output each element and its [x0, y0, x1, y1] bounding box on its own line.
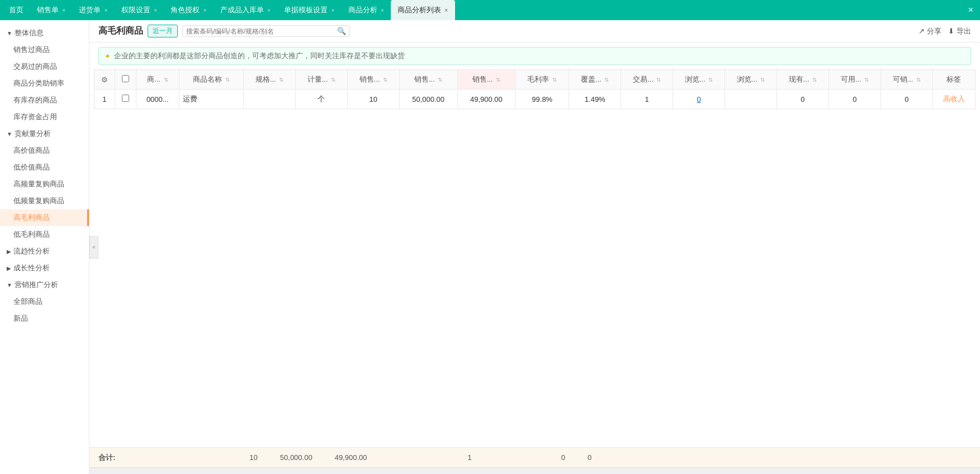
sidebar-item-all-goods[interactable]: 全部商品	[0, 293, 89, 310]
tab-purchase-close[interactable]: ×	[104, 7, 107, 13]
tab-purchase[interactable]: 进货单 ×	[72, 0, 114, 20]
select-all-checkbox[interactable]	[122, 75, 129, 82]
horizontal-scrollbar[interactable]	[89, 467, 980, 474]
content-header: 高毛利商品 近一月 🔍 ↗ 分享 ⬇ 导出	[89, 20, 980, 43]
col-coverage[interactable]: 覆盖... ⇅	[569, 70, 621, 90]
data-table: ⚙ 商... ⇅ 商品名称 ⇅	[94, 69, 976, 109]
tab-analysis-list[interactable]: 商品分析列表 ×	[391, 0, 455, 20]
tab-products-in-label: 产成品入库单	[220, 5, 264, 15]
col-name[interactable]: 商品名称 ⇅	[179, 70, 243, 90]
share-button[interactable]: ↗ 分享	[919, 26, 941, 36]
top-navigation: 首页 销售单 × 进货单 × 权限设置 × 角色授权 × 产成品入库单 × 单据…	[0, 0, 980, 20]
section-trend-label: 流趋性分析	[13, 246, 50, 256]
row-views1[interactable]: 0	[673, 90, 725, 109]
tab-templates-label: 单据模板设置	[284, 5, 328, 15]
window-close-button[interactable]: ×	[964, 5, 978, 15]
row-available-stock: 0	[828, 90, 880, 109]
col-sellable-stock[interactable]: 可销... ⇅	[880, 70, 932, 90]
info-banner: ✦ 企业的主要的利润都是这部分商品创造的，可考虑加大推广，同时关注库存是不要出现…	[98, 47, 971, 65]
sidebar-section-marketing[interactable]: ▼ 营销推广分析	[0, 276, 89, 293]
sidebar-item-in-stock[interactable]: 有库存的商品	[0, 92, 89, 109]
footer-sales-profit: 49,900.00	[324, 453, 378, 462]
footer-sales-amount: 50,000.00	[269, 453, 324, 462]
sidebar-item-traded-goods[interactable]: 交易过的商品	[0, 58, 89, 75]
sidebar-section-trend[interactable]: ▶ 流趋性分析	[0, 243, 89, 260]
row-checkbox[interactable]	[115, 90, 136, 109]
share-icon: ↗	[919, 27, 925, 35]
tab-products-in-close[interactable]: ×	[267, 7, 271, 13]
col-sales-amount[interactable]: 销售... ⇅	[399, 70, 457, 90]
footer-current-stock: 0	[550, 453, 576, 462]
tab-roles[interactable]: 角色授权 ×	[164, 0, 213, 20]
row-spec	[244, 90, 296, 109]
tab-products-in[interactable]: 产成品入库单 ×	[214, 0, 277, 20]
settings-icon[interactable]: ⚙	[101, 76, 108, 84]
row-sales-profit: 49,900.00	[457, 90, 515, 109]
tab-roles-close[interactable]: ×	[203, 7, 206, 13]
footer-label: 合计:	[98, 453, 115, 463]
sidebar-section-overall[interactable]: ▼ 整体信息	[0, 25, 89, 41]
main-layout: ▼ 整体信息 销售过商品 交易过的商品 商品分类助销率 有库存的商品 库存资金占…	[0, 20, 980, 474]
tab-home[interactable]: 首页	[2, 0, 30, 20]
footer-sales-qty: 10	[238, 453, 268, 462]
tab-analysis-close[interactable]: ×	[381, 7, 384, 13]
tab-templates[interactable]: 单据模板设置 ×	[277, 0, 341, 20]
col-spec[interactable]: 规格... ⇅	[244, 70, 296, 90]
search-box: 🔍	[182, 25, 350, 37]
share-label: 分享	[927, 26, 941, 36]
sidebar-section-growth[interactable]: ▶ 成长性分析	[0, 260, 89, 276]
sidebar-item-sales-goods[interactable]: 销售过商品	[0, 41, 89, 58]
row-code: 0000...	[136, 90, 179, 109]
search-input[interactable]	[186, 27, 337, 35]
row-name: 运费	[179, 90, 243, 109]
sidebar-section-financial[interactable]: ▼ 贡献量分析	[0, 125, 89, 142]
search-icon[interactable]: 🔍	[337, 27, 346, 35]
col-available-stock[interactable]: 可用... ⇅	[828, 70, 880, 90]
tab-sales[interactable]: 销售单 ×	[30, 0, 72, 20]
tab-analysis[interactable]: 商品分析 ×	[342, 0, 391, 20]
col-margin-rate[interactable]: 毛利率 ⇅	[515, 70, 569, 90]
col-views2[interactable]: 浏览... ⇅	[725, 70, 777, 90]
export-button[interactable]: ⬇ 导出	[948, 26, 971, 36]
tab-permissions[interactable]: 权限设置 ×	[115, 0, 164, 20]
sidebar-item-low-value[interactable]: 低价值商品	[0, 159, 89, 176]
col-checkbox[interactable]	[115, 70, 136, 90]
sidebar-item-high-margin[interactable]: 高毛利商品	[0, 209, 89, 226]
tab-sales-close[interactable]: ×	[62, 7, 65, 13]
footer-totals: 合计: 10 50,000.00 49,900.00 1 0 0	[89, 447, 980, 467]
row-current-stock: 0	[777, 90, 828, 109]
row-coverage: 1.49%	[569, 90, 621, 109]
sidebar-item-low-freq[interactable]: 低频量复购商品	[0, 193, 89, 209]
sidebar-item-high-freq[interactable]: 高频量复购商品	[0, 176, 89, 193]
tab-permissions-close[interactable]: ×	[154, 7, 157, 13]
period-button[interactable]: 近一月	[148, 25, 178, 37]
row-margin-rate: 99.8%	[515, 90, 569, 109]
col-code[interactable]: 商... ⇅	[136, 70, 179, 90]
tab-analysis-list-close[interactable]: ×	[444, 7, 448, 13]
col-trade[interactable]: 交易... ⇅	[621, 70, 673, 90]
tab-permissions-label: 权限设置	[121, 5, 150, 15]
tab-sales-label: 销售单	[37, 5, 59, 15]
col-settings[interactable]: ⚙	[94, 70, 115, 90]
sidebar-item-low-margin[interactable]: 低毛利商品	[0, 226, 89, 243]
sidebar-item-segmentation[interactable]: 商品分类助销率	[0, 75, 89, 92]
sidebar-item-stock-funds[interactable]: 库存资金占用	[0, 109, 89, 125]
col-views1[interactable]: 浏览... ⇅	[673, 70, 725, 90]
col-tag[interactable]: 标签	[932, 70, 975, 90]
tab-analysis-list-label: 商品分析列表	[397, 5, 441, 15]
section-financial-arrow: ▼	[7, 131, 12, 137]
footer-trade: 1	[457, 453, 483, 462]
section-marketing-label: 营销推广分析	[15, 280, 58, 290]
table-wrapper: ⚙ 商... ⇅ 商品名称 ⇅	[89, 69, 980, 447]
sidebar-collapse-button[interactable]: «	[89, 236, 98, 259]
col-unit[interactable]: 计量... ⇅	[295, 70, 347, 90]
col-sales-qty[interactable]: 销售... ⇅	[347, 70, 399, 90]
col-current-stock[interactable]: 现有... ⇅	[777, 70, 828, 90]
sidebar-item-new-goods[interactable]: 新品	[0, 310, 89, 327]
row-tag: 高收入	[932, 90, 975, 109]
sidebar-item-high-value[interactable]: 高价值商品	[0, 142, 89, 159]
section-marketing-arrow: ▼	[7, 282, 12, 288]
tab-purchase-label: 进货单	[79, 5, 101, 15]
col-sales-profit[interactable]: 销售... ⇅	[457, 70, 515, 90]
tab-templates-close[interactable]: ×	[331, 7, 334, 13]
